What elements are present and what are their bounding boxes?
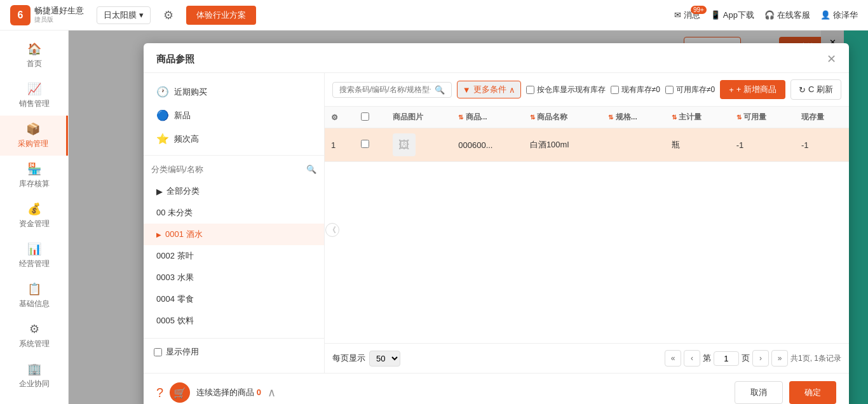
- gear-icon[interactable]: ⚙: [158, 5, 179, 25]
- col-image-label: 商品图片: [393, 112, 423, 121]
- nav-frequent-label: 频次高: [174, 133, 199, 145]
- row-checkbox[interactable]: [361, 140, 369, 148]
- product-table-wrap: ⚙ 商品图片 ⇅ 商品... ⇅ 商品名称 ⇅ 规格... ⇅ 主计量 ⇅ 可用…: [325, 107, 849, 343]
- row-available: -1: [730, 128, 795, 162]
- page-suffix: 页: [742, 353, 750, 364]
- purchase-icon: 📦: [26, 122, 40, 136]
- store-selector[interactable]: 日太阳膜 ▾: [97, 6, 151, 24]
- product-search-input[interactable]: [339, 85, 431, 94]
- checkbox-available-input[interactable]: [665, 86, 674, 94]
- per-page-select[interactable]: 50: [369, 351, 400, 367]
- col-code[interactable]: ⇅ 商品...: [452, 107, 524, 128]
- search-icon[interactable]: 🔍: [306, 165, 316, 174]
- cat-item-1[interactable]: ▶ 0001 酒水: [144, 224, 324, 245]
- table-row[interactable]: 1 🖼 000600... 白酒100ml 瓶: [325, 128, 849, 162]
- system-icon: ⚙: [29, 322, 39, 336]
- show-disabled-input[interactable]: [154, 348, 162, 356]
- next-page-button[interactable]: ›: [752, 350, 769, 367]
- row-seq: 1: [325, 128, 355, 162]
- user-avatar[interactable]: 👤 徐泽华: [820, 10, 858, 21]
- confirm-button[interactable]: 确定: [789, 381, 836, 404]
- sidebar-item-operations[interactable]: 📊 经营管理: [0, 236, 68, 276]
- modal-close-button[interactable]: ✕: [827, 52, 836, 66]
- sidebar-item-finance[interactable]: 💰 资金管理: [0, 196, 68, 236]
- home-icon: 🏠: [27, 42, 41, 56]
- cat-item-4[interactable]: 0004 零食: [144, 288, 324, 310]
- checkbox-stock-nonzero[interactable]: 现有库存≠0: [611, 84, 660, 95]
- col-name[interactable]: ⇅ 商品名称: [524, 107, 602, 128]
- add-product-button[interactable]: + + 新增商品: [720, 80, 785, 99]
- page-number-input[interactable]: [714, 351, 739, 366]
- chevron-down-icon: ▾: [139, 10, 144, 20]
- sidebar-item-purchase[interactable]: 📦 采购管理: [0, 116, 68, 156]
- nav-right: ✉ 消息 99+ 📱 App下载 🎧 在线客服 👤 徐泽华: [674, 10, 858, 21]
- cancel-button[interactable]: 取消: [735, 381, 783, 404]
- search-icon[interactable]: 🔍: [435, 85, 445, 95]
- col-stock[interactable]: 现存量: [795, 107, 849, 128]
- nav-frequent[interactable]: ⭐ 频次高: [149, 128, 319, 150]
- cart-text-label: 连续选择的商品: [196, 387, 254, 397]
- product-reference-modal: 商品参照 ✕ 🕐 近期购买 🔵: [144, 43, 849, 404]
- col-check[interactable]: [355, 107, 386, 128]
- checkbox-warehouse-input[interactable]: [526, 86, 534, 94]
- collapse-panel-button[interactable]: 《: [325, 223, 339, 237]
- nav-recent-label: 近期购买: [174, 86, 207, 98]
- sidebar-item-enterprise[interactable]: 🏢 企业协同: [0, 356, 68, 396]
- nav-new[interactable]: 🔵 新品: [149, 104, 319, 126]
- logo: 6 畅捷通好生意 捷员版: [10, 5, 84, 25]
- sidebar-item-basic-info[interactable]: 📋 基础信息: [0, 276, 68, 316]
- filter-label: 更多条件: [473, 84, 506, 95]
- last-page-button[interactable]: »: [771, 350, 788, 367]
- checkbox-stock-input[interactable]: [611, 86, 619, 94]
- nav-new-label: 新品: [174, 110, 191, 121]
- divider: [144, 155, 324, 156]
- col-spec-label: 规格...: [616, 112, 637, 121]
- sidebar-item-guide[interactable]: 📖 新手引导: [0, 396, 68, 404]
- prev-page-button[interactable]: ‹: [684, 350, 700, 367]
- category-search-input[interactable]: [151, 165, 302, 174]
- checkbox-warehouse[interactable]: 按仓库显示现有库存: [526, 84, 606, 95]
- cat-item-0[interactable]: 00 未分类: [144, 202, 324, 224]
- cart-icon[interactable]: 🛒: [170, 382, 190, 403]
- cat-item-6[interactable]: 0008 水: [144, 332, 324, 338]
- online-service-item[interactable]: 🎧 在线客服: [764, 10, 810, 21]
- help-icon[interactable]: ?: [156, 386, 163, 400]
- message-item[interactable]: ✉ 消息 99+: [674, 10, 700, 21]
- sidebar-item-home[interactable]: 🏠 首页: [0, 36, 68, 76]
- app-download-item[interactable]: 📱 App下载: [710, 10, 754, 21]
- cat-item-3[interactable]: 0003 水果: [144, 267, 324, 288]
- first-page-button[interactable]: «: [665, 350, 681, 367]
- sidebar-label-home: 首页: [27, 58, 42, 69]
- trial-button[interactable]: 体验行业方案: [186, 6, 256, 25]
- page-total: 共1页, 1条记录: [790, 353, 841, 364]
- col-unit-label: 主计量: [679, 112, 702, 121]
- col-stock-label: 现存量: [801, 112, 824, 121]
- row-check[interactable]: [355, 128, 386, 162]
- col-spec[interactable]: ⇅ 规格...: [602, 107, 665, 128]
- col-name-label: 商品名称: [537, 112, 567, 121]
- select-all-checkbox[interactable]: [361, 112, 369, 121]
- refresh-button[interactable]: ↻ C 刷新: [790, 79, 841, 100]
- cat-item-2[interactable]: 0002 茶叶: [144, 245, 324, 267]
- fold-button[interactable]: ∧: [268, 386, 276, 400]
- row-unit: 瓶: [665, 128, 730, 162]
- col-available[interactable]: ⇅ 可用量: [730, 107, 795, 128]
- sidebar-item-sales[interactable]: 📈 销售管理: [0, 76, 68, 116]
- logo-name: 畅捷通好生意: [34, 6, 84, 16]
- cat-item-5[interactable]: 0005 饮料: [144, 310, 324, 332]
- show-disabled-checkbox[interactable]: 显示停用: [154, 346, 314, 358]
- modal-header: 商品参照 ✕: [144, 43, 849, 73]
- sidebar-item-system[interactable]: ⚙ 系统管理: [0, 316, 68, 356]
- sidebar-label-sales: 销售管理: [19, 98, 50, 109]
- col-unit[interactable]: ⇅ 主计量: [665, 107, 730, 128]
- col-settings[interactable]: ⚙: [325, 107, 355, 128]
- nav-recent[interactable]: 🕐 近期购买: [149, 81, 319, 103]
- sidebar-label-operations: 经营管理: [19, 259, 50, 269]
- phone-icon: 📱: [710, 10, 721, 20]
- service-label: 在线客服: [777, 10, 810, 21]
- cat-item-all[interactable]: ▶ 全部分类: [144, 180, 324, 202]
- left-panel: 🕐 近期购买 🔵 新品 ⭐ 频次高: [144, 73, 325, 373]
- filter-button[interactable]: ▼ 更多条件 ∧: [457, 81, 521, 98]
- sidebar-item-inventory[interactable]: 🏪 库存核算: [0, 156, 68, 196]
- checkbox-available-nonzero[interactable]: 可用库存≠0: [665, 84, 715, 95]
